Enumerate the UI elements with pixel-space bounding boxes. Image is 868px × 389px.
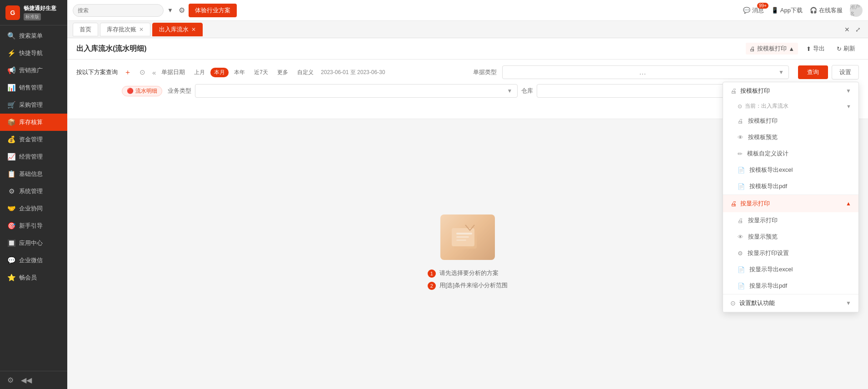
sidebar-item-operation[interactable]: 📈 经营管理 [0, 148, 67, 165]
step-number-1: 1 [428, 269, 436, 278]
date-btn-more[interactable]: 更多 [274, 68, 292, 77]
dp-item-template-excel[interactable]: 📄 按模板导出excel [723, 162, 858, 178]
close-icon[interactable]: ✕ [139, 26, 144, 33]
industry-btn[interactable]: 体验行业方案 [189, 4, 237, 17]
search-dropdown-icon[interactable]: ▼ [167, 7, 173, 14]
default-icon: ⊙ [730, 299, 736, 307]
filter-tag-label: 流水明细 [135, 87, 157, 95]
design-icon: ✏ [738, 150, 743, 157]
settings-btn[interactable]: 设置 [832, 65, 859, 80]
window-close-btn[interactable]: ✕ [843, 24, 852, 35]
dp-item-template-pdf[interactable]: 📄 按模板导出pdf [723, 178, 858, 194]
preview-icon: 👁 [738, 134, 743, 141]
empty-step-1: 1 请先选择要分析的方案 [428, 269, 508, 278]
sidebar-item-label: 资金管理 [19, 135, 43, 144]
chevron-down-icon: ▼ [846, 300, 851, 306]
filter-actions: 查询 设置 [794, 65, 859, 80]
window-maximize-btn[interactable]: ⤢ [853, 24, 863, 35]
dp-header-left: ⊙ 设置默认功能 [730, 299, 775, 307]
sidebar-item-wechat[interactable]: 💬 企业微信 [0, 252, 67, 269]
date-btn-this-month[interactable]: 本月 [210, 68, 229, 77]
sidebar-item-sales[interactable]: 📊 销售管理 [0, 79, 67, 96]
excel-icon: 📄 [738, 167, 745, 174]
sidebar-item-inventory[interactable]: 📦 库存核算 [0, 114, 67, 131]
export-btn[interactable]: ⬆ 导出 [803, 43, 828, 55]
logo-text-block: 畅捷通好生意 标准版 [24, 5, 56, 20]
sidebar-item-label: 系统管理 [19, 187, 43, 195]
display-print-icon: 🖨 [730, 200, 737, 207]
online-service-btn[interactable]: 🎧 在线客服 [810, 6, 843, 15]
collapse-icon[interactable]: ◀◀ [21, 376, 32, 384]
search-icon: 🔍 [7, 32, 15, 40]
tab-home[interactable]: 首页 [73, 23, 98, 36]
printer-icon: 🖨 [730, 87, 737, 95]
template-print-label: 按模板打印 [757, 45, 787, 53]
sidebar-item-finance[interactable]: 💰 资金管理 [0, 131, 67, 148]
filter-row-1: 按以下方案查询 ＋ ⊙ « 单据日期 上月 本月 本年 近7天 更多 自定义 [76, 65, 859, 80]
page-content: 出入库流水(流水明细) 🖨 按模板打印 ▲ ⬆ 导出 ↻ 刷新 [67, 38, 868, 389]
sidebar-item-label: 基础信息 [19, 170, 43, 178]
sidebar-item-marketing[interactable]: 📢 营销推广 [0, 62, 67, 79]
dp-template-submenu: 🖨 按模板打印 👁 按模板预览 ✏ 模板自定义设计 📄 按模板导出excel [723, 113, 858, 194]
business-filter-select[interactable]: ▼ [195, 84, 518, 98]
dp-item-display-print[interactable]: 🖨 按显示打印 [723, 212, 858, 229]
tab-batch[interactable]: 库存批次账 ✕ [100, 23, 150, 36]
type-filter-select[interactable]: … ▼ [502, 65, 789, 79]
tab-label: 库存批次账 [107, 25, 136, 34]
refresh-btn[interactable]: ↻ 刷新 [833, 43, 859, 55]
sidebar-item-basic[interactable]: 📋 基础信息 [0, 165, 67, 183]
date-btn-7days[interactable]: 近7天 [250, 68, 272, 77]
sidebar-item-label: 销售管理 [19, 84, 43, 92]
main-area: ▼ ⚙ 体验行业方案 💬 消息 99+ 📱 App下载 🎧 在线客服 用户名 [67, 0, 868, 389]
empty-image [440, 214, 495, 260]
dp-item-template-print[interactable]: 🖨 按模板打印 [723, 113, 858, 129]
message-btn[interactable]: 💬 消息 99+ [743, 6, 764, 15]
dp-item-display-settings[interactable]: ⚙ 按显示打印设置 [723, 245, 858, 261]
dp-item-display-preview[interactable]: 👁 按显示预览 [723, 229, 858, 245]
dp-item-template-preview[interactable]: 👁 按模板预览 [723, 129, 858, 145]
filter-collapse-left-btn[interactable]: « [152, 69, 156, 76]
sidebar-item-member[interactable]: ⭐ 畅会员 [0, 269, 67, 286]
star-icon: ⭐ [7, 274, 15, 282]
filter-add-btn[interactable]: ＋ [123, 68, 132, 77]
dp-display-section: 🖨 按显示打印 ▲ 🖨 按显示打印 👁 按显示预览 ⚙ [723, 195, 858, 294]
date-btn-last-month[interactable]: 上月 [190, 68, 209, 77]
sidebar-item-purchase[interactable]: 🛒 采购管理 [0, 96, 67, 114]
settings-icon[interactable]: ⚙ [179, 6, 185, 15]
dp-item-template-custom[interactable]: ✏ 模板自定义设计 [723, 145, 858, 162]
handshake-icon: 🤝 [7, 204, 15, 213]
dp-default-header[interactable]: ⊙ 设置默认功能 ▼ [723, 294, 858, 312]
filter-tag[interactable]: 🔴 流水明细 [122, 86, 162, 96]
date-btn-this-year[interactable]: 本年 [230, 68, 249, 77]
export-icon: ⬆ [806, 45, 811, 52]
query-btn[interactable]: 查询 [798, 65, 828, 79]
dp-item-display-excel[interactable]: 📄 按显示导出excel [723, 261, 858, 278]
template-print-btn[interactable]: 🖨 按模板打印 ▲ [746, 43, 798, 55]
dp-template-header[interactable]: 🖨 按模板打印 ▼ [723, 82, 858, 100]
dp-item-display-pdf[interactable]: 📄 按显示导出pdf [723, 278, 858, 294]
tab-flow[interactable]: 出入库流水 ✕ [152, 23, 203, 36]
sidebar-item-system[interactable]: ⚙ 系统管理 [0, 183, 67, 200]
close-icon[interactable]: ✕ [191, 26, 196, 33]
warehouse-filter-label: 仓库 [521, 87, 533, 95]
dropdown-panel: 🖨 按模板打印 ▼ ⊙ 当前：出入库流水 ▼ 🖨 按模板打印 [723, 82, 859, 313]
sidebar-item-enterprise[interactable]: 🤝 企业协同 [0, 200, 67, 217]
filter-setting-btn[interactable]: ⊙ [138, 68, 147, 77]
app-download-btn[interactable]: 📱 App下载 [771, 6, 803, 15]
sidebar-item-guide[interactable]: 🎯 新手引导 [0, 217, 67, 234]
avatar[interactable]: 用户名 [850, 4, 863, 17]
sidebar-item-shortcut[interactable]: ⚡ 快捷导航 [0, 45, 67, 62]
target-icon: 🎯 [7, 222, 15, 230]
dp-default-label: 设置默认功能 [739, 299, 775, 307]
date-range: 2023-06-01 至 2023-06-30 [321, 69, 385, 76]
dp-display-header[interactable]: 🖨 按显示打印 ▲ [723, 195, 858, 212]
sidebar-item-search[interactable]: 🔍 搜索菜单 [0, 27, 67, 45]
date-btn-custom[interactable]: 自定义 [294, 68, 317, 77]
sidebar-item-label: 采购管理 [19, 101, 43, 109]
settings-icon[interactable]: ⚙ [7, 376, 14, 384]
dropdown-icon: ▼ [778, 69, 784, 75]
app-logo-icon: G [5, 5, 20, 20]
search-input[interactable] [73, 4, 164, 17]
sidebar-item-apps[interactable]: 🔲 应用中心 [0, 234, 67, 252]
topbar: ▼ ⚙ 体验行业方案 💬 消息 99+ 📱 App下载 🎧 在线客服 用户名 [67, 0, 868, 21]
